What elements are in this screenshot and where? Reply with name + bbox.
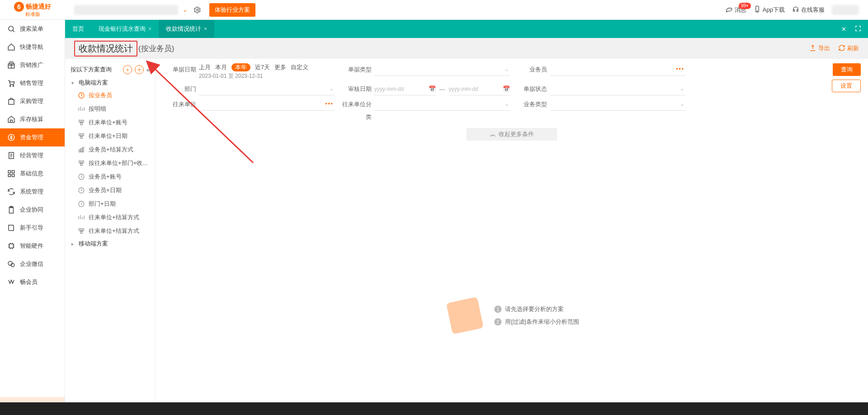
- scheme-settings-icon[interactable]: [135, 65, 144, 74]
- tabstrip: 首页现金银行流水查询×收款情况统计× ✕: [65, 20, 868, 38]
- svg-rect-33: [80, 164, 82, 165]
- scheme-group-1[interactable]: ▸移动端方案: [65, 238, 155, 250]
- chevron-down-icon: ⌄: [680, 101, 684, 107]
- department-input[interactable]: ⌄: [199, 83, 335, 95]
- sidebar-item-4[interactable]: 采购管理: [0, 92, 65, 110]
- salesperson-input[interactable]: •••: [550, 63, 685, 76]
- close-icon[interactable]: ×: [204, 26, 207, 32]
- tab-0[interactable]: 首页: [65, 20, 91, 38]
- tab-close-icon[interactable]: ✕: [841, 26, 846, 33]
- date-preset[interactable]: 更多: [274, 63, 286, 71]
- svg-rect-24: [80, 123, 82, 125]
- tree-icon: [78, 160, 85, 167]
- export-button[interactable]: 导出: [809, 44, 830, 53]
- tree-icon: [78, 227, 85, 235]
- add-scheme-icon[interactable]: ＋: [123, 65, 132, 74]
- bill-status-input[interactable]: ⌄: [550, 83, 685, 95]
- brand-name: 畅捷通好: [26, 3, 51, 11]
- tenant-dropdown-icon[interactable]: ⌄: [183, 6, 188, 13]
- date-preset[interactable]: 上月: [199, 63, 211, 71]
- date-preset[interactable]: 自定义: [291, 63, 308, 71]
- scheme-item-0-5[interactable]: 按往来单位+部门+收...: [65, 156, 155, 170]
- scheme-item-0-0[interactable]: 按业务员: [65, 89, 155, 102]
- caret-icon: ▸: [71, 241, 76, 246]
- scheme-item-0-9[interactable]: 往来单位+结算方式: [65, 211, 155, 224]
- svg-rect-11: [12, 170, 14, 173]
- filter-area: 单据日期 上月本月本年近7天更多自定义 2023-01-01 至 2023-12…: [156, 59, 868, 402]
- settings-button[interactable]: 设置: [832, 80, 861, 92]
- fullscreen-icon[interactable]: [854, 25, 862, 33]
- sidebar-item-9[interactable]: 系统管理: [0, 183, 65, 201]
- sidebar-item-11[interactable]: 新手引导: [0, 219, 65, 237]
- scheme-item-0-1[interactable]: 按明细: [65, 102, 155, 116]
- partner-category-input[interactable]: ⌄: [374, 98, 510, 111]
- online-service-link[interactable]: 在线客服: [792, 5, 825, 14]
- range-sep: —: [439, 86, 445, 93]
- double-chevron-up-icon: ︽: [490, 130, 496, 138]
- svg-rect-32: [82, 161, 84, 163]
- close-icon[interactable]: ×: [148, 26, 151, 32]
- sidebar-item-13[interactable]: 企业微信: [0, 255, 65, 273]
- svg-rect-12: [8, 174, 10, 177]
- scheme-item-0-3[interactable]: 往来单位+日期: [65, 129, 155, 143]
- scheme-group-0[interactable]: ▾电脑端方案: [65, 77, 155, 89]
- sidebar-item-2[interactable]: 营销推广: [0, 56, 65, 74]
- scheme-item-0-2[interactable]: 往来单位+账号: [65, 116, 155, 129]
- scheme-item-0-6[interactable]: 业务员+账号: [65, 170, 155, 184]
- app-download-label: App下载: [763, 6, 785, 14]
- sidebar-item-0[interactable]: 搜索菜单: [0, 20, 65, 38]
- date-preset[interactable]: 近7天: [255, 63, 270, 71]
- svg-rect-31: [79, 161, 81, 163]
- date-preset[interactable]: 本月: [215, 63, 227, 71]
- sidebar-item-7[interactable]: 经营管理: [0, 146, 65, 165]
- sidebar-item-3[interactable]: 销售管理: [0, 74, 65, 92]
- clock-icon: [78, 173, 85, 180]
- sidebar-item-1[interactable]: 快捷导航: [0, 38, 65, 56]
- sidebar-item-12[interactable]: 智能硬件: [0, 237, 65, 255]
- export-icon: [809, 44, 816, 53]
- svg-point-2: [757, 11, 757, 11]
- sidebar-item-label: 搜索菜单: [20, 25, 43, 33]
- gear-icon[interactable]: [192, 5, 203, 15]
- sidebar-item-label: 企业协同: [20, 206, 43, 214]
- doc-icon: [7, 151, 15, 160]
- partner-input[interactable]: •••: [199, 98, 335, 111]
- robot-icon: [444, 295, 485, 336]
- sidebar-item-10[interactable]: 企业协同: [0, 201, 65, 219]
- query-button[interactable]: 查询: [833, 63, 861, 76]
- messages-link[interactable]: 消息 99+: [726, 5, 746, 14]
- sidebar-item-label: 采购管理: [20, 97, 43, 105]
- chevron-down-icon: ⌄: [505, 101, 509, 107]
- sidebar-item-8[interactable]: 基础信息: [0, 165, 65, 183]
- messages-badge: 99+: [739, 3, 751, 9]
- collapse-conditions-button[interactable]: ︽ 收起更多条件: [467, 128, 557, 141]
- tab-1[interactable]: 现金银行流水查询×: [91, 20, 159, 38]
- scheme-item-0-10[interactable]: 往来单位+结算方式: [65, 224, 155, 238]
- experience-button[interactable]: 体验行业方案: [209, 3, 255, 17]
- audit-date-from[interactable]: yyyy-mm-dd📅: [374, 83, 436, 95]
- refresh-button[interactable]: 刷新: [838, 44, 859, 53]
- business-type-input[interactable]: ⌄: [550, 98, 685, 111]
- collapse-scheme-icon[interactable]: «: [146, 66, 150, 73]
- scheme-item-0-7[interactable]: 业务员+日期: [65, 184, 155, 197]
- scheme-item-0-8[interactable]: 部门+日期: [65, 197, 155, 211]
- scheme-item-0-4[interactable]: 业务员+结算方式: [65, 143, 155, 156]
- bill-type-input[interactable]: ⌄: [374, 63, 510, 76]
- audit-date-to[interactable]: yyyy-mm-dd📅: [449, 83, 510, 95]
- chart-icon: [78, 146, 85, 153]
- field-bill-type: 单据类型 ⌄: [338, 63, 510, 80]
- page-title: 收款情况统计: [79, 43, 133, 53]
- date-preset[interactable]: 本年: [231, 63, 250, 71]
- tab-2[interactable]: 收款情况统计×: [159, 20, 214, 38]
- app-download-link[interactable]: App下载: [754, 5, 785, 14]
- clipboard-icon: [7, 206, 15, 214]
- sidebar-item-14[interactable]: 畅会员: [0, 273, 65, 291]
- refresh-icon: [838, 44, 845, 53]
- sidebar-item-5[interactable]: 库存核算: [0, 110, 65, 128]
- field-partner-category: 往来单位分类 ⌄: [338, 98, 510, 123]
- clock-icon: [78, 200, 85, 208]
- scheme-header: 按以下方案查询: [71, 66, 120, 74]
- more-icon: •••: [325, 101, 334, 107]
- sidebar-item-6[interactable]: 资金管理: [0, 128, 65, 146]
- avatar[interactable]: [832, 5, 859, 15]
